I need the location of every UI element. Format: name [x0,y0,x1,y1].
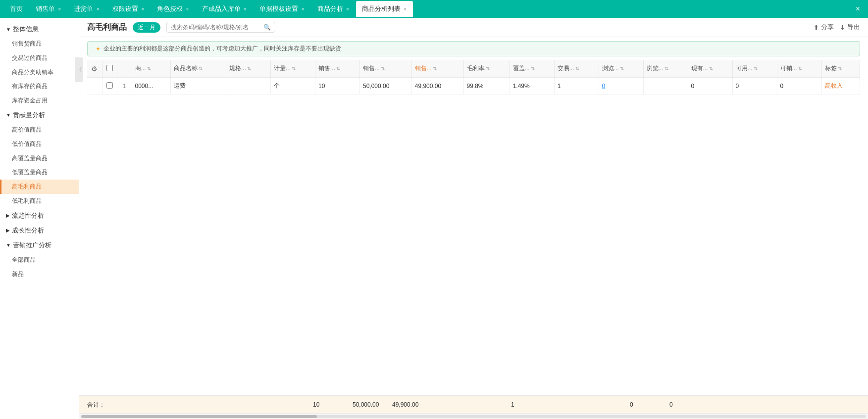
sidebar-item-low-value[interactable]: 低价值商品 [0,137,79,151]
horizontal-scrollbar[interactable] [79,413,868,419]
col-cover[interactable]: 覆盖...⇅ [510,60,554,77]
col-current[interactable]: 现有...⇅ [688,60,732,77]
chevron-down-icon: ▼ [6,112,11,118]
col-spec[interactable]: 规格...⇅ [226,60,271,77]
cell-gross-rate: 99.8% [463,77,510,94]
cell-available: 0 [732,77,777,94]
footer-current: 0 [627,401,666,408]
share-icon: ⬆ [814,24,819,31]
col-name[interactable]: 商品名称⇅ [170,60,226,77]
sidebar-item-low-cover[interactable]: 低覆盖量商品 [0,165,79,180]
table-header-row: ⚙ 商...⇅ 商品名称⇅ 规格...⇅ 计量...⇅ 销售...⇅ 销售...… [87,60,860,77]
footer-sale-count: 10 [310,401,350,408]
chevron-right-icon: ▶ [6,213,10,218]
close-icon[interactable]: × [141,6,144,12]
row-checkbox[interactable] [106,82,113,89]
nav-analysis-list[interactable]: 商品分析列表 × [356,1,412,17]
search-input[interactable] [171,24,261,31]
nav-purchase[interactable]: 进货单 × [68,1,105,17]
sidebar-item-all-goods[interactable]: 全部商品 [0,253,79,267]
export-icon: ⬇ [840,24,845,31]
sidebar-item-high-cover[interactable]: 高覆盖量商品 [0,151,79,166]
main-layout: 《 ▼ 整体信息 销售货商品 交易过的商品 商品分类助销率 有库存的商品 库存资… [0,18,868,419]
footer-unit [280,401,310,408]
footer-spec [251,401,280,408]
sidebar-section-marketing[interactable]: ▼ 营销推广分析 [0,238,79,253]
sidebar-item-category-rate[interactable]: 商品分类助销率 [0,65,79,80]
export-button[interactable]: ⬇ 导出 [840,23,860,32]
sidebar-section-trend[interactable]: ▶ 流趋性分析 [0,208,79,223]
content-header: 高毛利商品 近一月 🔍 ⬆ 分享 ⬇ 导出 [79,18,868,37]
sidebar-item-stock-capital[interactable]: 库存资金占用 [0,93,79,108]
nav-home[interactable]: 首页 [4,1,29,17]
cell-sale-count: 10 [315,77,359,94]
col-sale-profit[interactable]: 销售...⇅ [411,60,463,77]
close-icon[interactable]: × [244,6,247,12]
col-available[interactable]: 可用...⇅ [732,60,777,77]
cell-view1[interactable]: 0 [599,77,643,94]
select-all-checkbox[interactable] [106,65,113,71]
close-icon[interactable]: × [404,6,407,12]
footer-code [171,401,201,408]
footer-spacer2 [142,401,156,408]
col-code[interactable]: 商...⇅ [132,60,170,77]
sidebar-item-high-value[interactable]: 高价值商品 [0,123,79,137]
col-unit[interactable]: 计量...⇅ [270,60,315,77]
top-nav: 首页 销售单 × 进货单 × 权限设置 × 角色授权 × 产成品入库单 × 单据… [0,0,868,18]
col-saleable[interactable]: 可销...⇅ [777,60,821,77]
cell-index: 1 [117,77,132,94]
col-settings[interactable]: ⚙ [87,60,102,77]
nav-role[interactable]: 角色授权 × [151,1,195,17]
col-sale-count[interactable]: 销售...⇅ [315,60,359,77]
footer-spacer1 [127,401,142,408]
close-icon[interactable]: × [58,6,61,12]
sidebar-section-overall[interactable]: ▼ 整体信息 [0,22,79,37]
footer-view2 [587,401,627,408]
nav-permission[interactable]: 权限设置 × [106,1,150,17]
footer-spacer3 [156,401,171,408]
nav-sales[interactable]: 销售单 × [30,1,67,17]
sidebar-section-contribution[interactable]: ▼ 贡献量分析 [0,108,79,123]
table-row: 1 0000... 运费 个 10 50,000.00 49,900.00 99… [87,77,860,94]
table-body: 1 0000... 运费 个 10 50,000.00 49,900.00 99… [87,77,860,94]
cell-cover: 1.49% [510,77,554,94]
sidebar-item-in-stock[interactable]: 有库存的商品 [0,79,79,93]
time-filter-button[interactable]: 近一月 [133,22,160,33]
close-icon[interactable]: × [301,6,304,12]
close-icon[interactable]: × [96,6,99,12]
sidebar-item-low-margin[interactable]: 低毛利商品 [0,194,79,208]
close-icon[interactable]: × [186,6,189,12]
notice-text: 企业的主要的利润都是这部分商品创造的，可考虑加大推广，同时关注库存是不要出现缺货 [103,45,341,53]
nav-analysis[interactable]: 商品分析 × [311,1,355,17]
footer-sale-amount: 50,000.00 [350,401,389,408]
col-trade[interactable]: 交易...⇅ [554,60,599,77]
window-close-button[interactable]: × [852,4,864,13]
col-view1[interactable]: 浏览...⇅ [599,60,643,77]
col-checkbox[interactable] [102,60,117,77]
nav-template[interactable]: 单据模板设置 × [254,1,310,17]
col-index [117,60,132,77]
table-footer: 合计： 10 50,000.00 49,900.00 1 0 0 [79,395,868,413]
col-gross-rate[interactable]: 毛利率⇅ [463,60,510,77]
nav-product-in[interactable]: 产成品入库单 × [196,1,253,17]
chevron-right-icon: ▶ [6,228,10,233]
col-tag[interactable]: 标签⇅ [821,60,860,77]
close-icon[interactable]: × [346,6,349,12]
scrollbar-thumb[interactable] [81,415,317,418]
sidebar-item-traded-goods[interactable]: 交易过的商品 [0,51,79,65]
content-area: 高毛利商品 近一月 🔍 ⬆ 分享 ⬇ 导出 ✦ 企业的主要的利润都是这部分商品创… [79,18,868,419]
sidebar-item-new-goods[interactable]: 新品 [0,267,79,281]
col-sale-amount[interactable]: 销售...⇅ [359,60,411,77]
cell-view2 [643,77,688,94]
cell-checkbox[interactable] [102,77,117,94]
search-icon[interactable]: 🔍 [263,24,271,31]
cell-trade: 1 [554,77,599,94]
sidebar-collapse-button[interactable]: 《 [75,57,83,82]
sidebar-item-sales-goods[interactable]: 销售货商品 [0,37,79,51]
footer-gross-rate [429,401,468,408]
cell-spec [226,77,271,94]
col-view2[interactable]: 浏览...⇅ [643,60,688,77]
sidebar-item-high-margin[interactable]: 高毛利商品 [0,180,79,194]
sidebar-section-growth[interactable]: ▶ 成长性分析 [0,223,79,238]
share-button[interactable]: ⬆ 分享 [814,23,834,32]
